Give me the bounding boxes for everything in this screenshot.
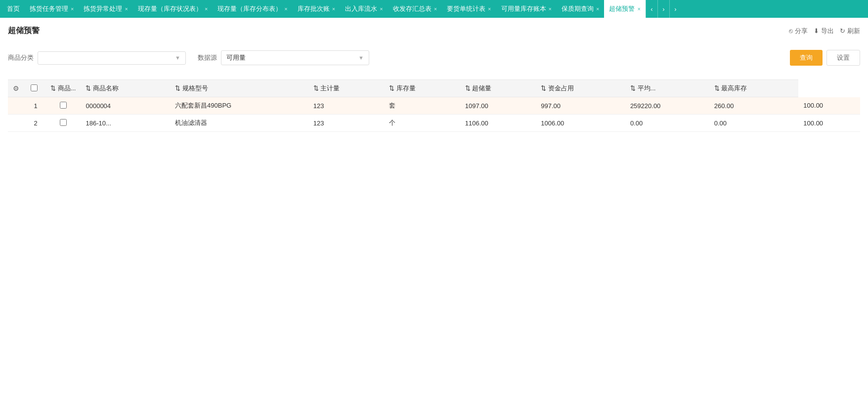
row-spec: 123 — [308, 115, 385, 132]
row-overstock: 1006.00 — [536, 115, 625, 132]
close-icon[interactable]: × — [488, 6, 491, 12]
nav-item-overstock[interactable]: 超储预警 × — [604, 0, 645, 18]
select-all-checkbox[interactable] — [31, 84, 38, 91]
nav-item-task[interactable]: 拣货任务管理 × — [25, 0, 79, 18]
nav-item-stock1[interactable]: 现存量（库存状况表） × — [133, 0, 213, 18]
row-avg: 0.00 — [709, 115, 799, 132]
col-settings-header: ⚙ — [8, 80, 26, 97]
close-icon[interactable]: × — [434, 6, 437, 12]
data-table: ⚙ ⇅ 商品... ⇅ 商品名称 ⇅ 规格型号 ⇅ 主计量 ⇅ — [8, 79, 860, 132]
close-icon[interactable]: × — [205, 6, 208, 12]
set-button[interactable]: 设置 — [826, 50, 860, 66]
nav-next-arrow[interactable]: › — [657, 0, 669, 18]
close-icon[interactable]: × — [596, 6, 599, 12]
close-icon[interactable]: × — [332, 6, 335, 12]
row-product-code: 0000004 — [81, 97, 170, 115]
row-num: 2 — [26, 115, 45, 132]
share-button[interactable]: ⎋ 分享 — [789, 27, 808, 36]
datasource-label: 数据源 — [198, 53, 217, 62]
page-title: 超储预警 — [8, 26, 40, 36]
row-max-stock: 100.00 — [798, 115, 860, 132]
close-icon[interactable]: × — [637, 6, 640, 12]
row-settings-cell — [8, 97, 26, 115]
close-icon[interactable]: × — [284, 6, 287, 12]
share-icon: ⎋ — [789, 27, 793, 35]
col-product-name-header[interactable]: ⇅ 商品名称 — [81, 80, 170, 97]
row-stock: 1097.00 — [460, 97, 536, 115]
row-num: 1 — [26, 97, 45, 115]
chevron-down-icon: ▼ — [175, 55, 180, 61]
nav-item-requisition[interactable]: 要货单统计表 × — [442, 0, 496, 18]
nav-bar: 首页 拣货任务管理 × 拣货异常处理 × 现存量（库存状况表） × 现存量（库存… — [0, 0, 868, 18]
query-button[interactable]: 查询 — [790, 50, 823, 66]
row-check-cell — [45, 115, 81, 132]
col-avg-header[interactable]: ⇅ 平均... — [625, 80, 709, 97]
category-filter: 商品分类 ▼ — [8, 51, 186, 65]
row-check-cell — [45, 97, 81, 115]
close-icon[interactable]: × — [71, 6, 74, 12]
col-check-header — [26, 80, 45, 97]
table-header-row: ⚙ ⇅ 商品... ⇅ 商品名称 ⇅ 规格型号 ⇅ 主计量 ⇅ — [8, 80, 860, 97]
refresh-button[interactable]: ↻ 刷新 — [840, 27, 860, 36]
nav-item-available[interactable]: 可用量库存账本 × — [496, 0, 557, 18]
gear-icon[interactable]: ⚙ — [13, 84, 19, 92]
col-spec-header[interactable]: ⇅ 规格型号 — [170, 80, 308, 97]
nav-prev-arrow[interactable]: ‹ — [646, 0, 657, 18]
row-max-stock: 100.00 — [798, 97, 860, 115]
col-max-stock-header[interactable]: ⇅ 最高库存 — [709, 80, 799, 97]
page-header: 超储预警 ⎋ 分享 ⬇ 导出 ↻ 刷新 — [8, 26, 860, 36]
row-product-name: 六配套新昌490BPG — [170, 97, 308, 115]
table-row: 2 186-10... 机油滤清器 123 个 1106.00 1006.00 … — [8, 115, 860, 132]
row-avg: 260.00 — [709, 97, 799, 115]
nav-item-exception[interactable]: 拣货异常处理 × — [79, 0, 132, 18]
nav-more-arrow[interactable]: › — [669, 0, 681, 18]
table-body: 1 0000004 六配套新昌490BPG 123 套 1097.00 997.… — [8, 97, 860, 132]
nav-item-flow[interactable]: 出入库流水 × — [340, 0, 388, 18]
page-container: 超储预警 ⎋ 分享 ⬇ 导出 ↻ 刷新 商品分类 ▼ 数据源 — [0, 18, 868, 395]
nav-item-batch[interactable]: 库存批次账 × — [293, 0, 340, 18]
close-icon[interactable]: × — [125, 6, 128, 12]
export-button[interactable]: ⬇ 导出 — [814, 27, 834, 36]
table-row: 1 0000004 六配套新昌490BPG 123 套 1097.00 997.… — [8, 97, 860, 115]
row-spec: 123 — [308, 97, 385, 115]
refresh-icon: ↻ — [840, 27, 845, 35]
nav-item-home[interactable]: 首页 — [2, 0, 25, 18]
nav-item-quality[interactable]: 保质期查询 × — [557, 0, 604, 18]
row-stock: 1106.00 — [460, 115, 536, 132]
row-unit: 个 — [384, 115, 460, 132]
row-capital: 259220.00 — [625, 97, 709, 115]
row-overstock: 997.00 — [536, 97, 625, 115]
nav-item-stock2[interactable]: 现存量（库存分布表） × — [213, 0, 292, 18]
chevron-down-icon: ▼ — [358, 55, 364, 61]
col-overstock-header[interactable]: ⇅ 超储量 — [460, 80, 536, 97]
col-unit-header[interactable]: ⇅ 主计量 — [308, 80, 385, 97]
row-unit: 套 — [384, 97, 460, 115]
nav-item-summary[interactable]: 收发存汇总表 × — [388, 0, 442, 18]
category-select[interactable]: ▼ — [38, 51, 186, 65]
row-capital: 0.00 — [625, 115, 709, 132]
row-settings-cell — [8, 115, 26, 132]
col-capital-header[interactable]: ⇅ 资金占用 — [536, 80, 625, 97]
close-icon[interactable]: × — [380, 6, 383, 12]
filter-actions: 查询 设置 — [790, 50, 860, 66]
row-checkbox[interactable] — [60, 119, 67, 126]
row-product-code: 186-10... — [81, 115, 170, 132]
col-stock-header[interactable]: ⇅ 库存量 — [384, 80, 460, 97]
export-icon: ⬇ — [814, 27, 819, 35]
datasource-filter: 数据源 可用量 ▼ — [198, 50, 369, 65]
category-label: 商品分类 — [8, 53, 34, 62]
filter-row: 商品分类 ▼ 数据源 可用量 ▼ 查询 设置 — [8, 44, 860, 72]
datasource-select[interactable]: 可用量 ▼ — [221, 50, 369, 65]
header-actions: ⎋ 分享 ⬇ 导出 ↻ 刷新 — [789, 27, 860, 36]
row-checkbox[interactable] — [60, 102, 67, 109]
col-product-code-header[interactable]: ⇅ 商品... — [45, 80, 81, 97]
row-product-name: 机油滤清器 — [170, 115, 308, 132]
close-icon[interactable]: × — [549, 6, 552, 12]
